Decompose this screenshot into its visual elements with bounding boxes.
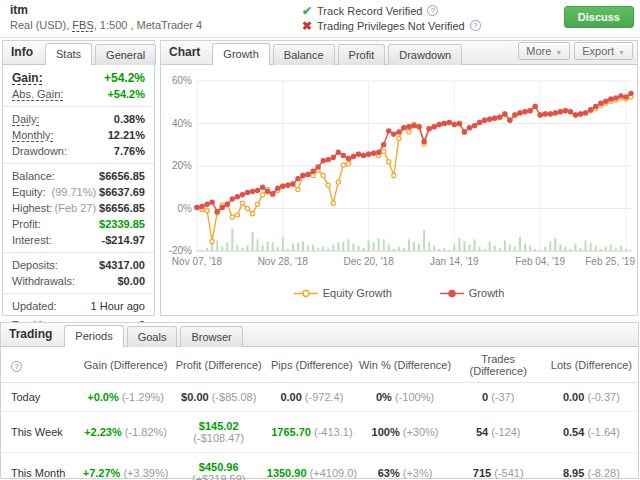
- trades-cell: 54 (-124): [452, 412, 545, 453]
- highest-label: Highest:: [12, 201, 52, 215]
- balance-value: $6656.85: [99, 169, 145, 183]
- info-row-balance: Balance: $6656.85: [3, 168, 154, 184]
- drawdown-value: 7.76%: [114, 144, 145, 158]
- tab-profit[interactable]: Profit: [338, 44, 386, 65]
- info-row-highest: Highest: (Feb 27)$6656.85: [3, 200, 154, 216]
- growth-chart-area: 60%40%20%0%-20%Nov 07, '18Nov 28, '18Dec…: [161, 65, 637, 316]
- info-row-drawdown: Drawdown: 7.76%: [3, 143, 154, 159]
- equity-amount: $6637.69: [99, 186, 145, 198]
- trading-panel-title: Trading: [1, 327, 64, 346]
- privileges-line: ✖ Trading Privileges Not Verified ?: [302, 18, 481, 33]
- period-cell: This Month: [1, 453, 79, 480]
- lots-header: Lots (Difference): [545, 347, 638, 383]
- gain-cell: +2.23% (-1.82%): [79, 412, 172, 453]
- tab-general[interactable]: General: [95, 44, 156, 65]
- info-row-monthly: Monthly: 12.21%: [3, 127, 154, 143]
- chevron-down-icon: ▼: [618, 49, 625, 56]
- profit-cell: $0.00 (-$85.08): [172, 383, 265, 412]
- pips-cell: 1350.90 (+4109.0): [265, 453, 358, 480]
- svg-text:Nov 07, '18: Nov 07, '18: [172, 256, 223, 267]
- gain-cell: +0.0% (-1.29%): [79, 383, 172, 412]
- check-icon: ✔: [302, 4, 312, 18]
- help-icon[interactable]: ?: [11, 361, 22, 372]
- svg-text:Dec 20, '18: Dec 20, '18: [343, 256, 394, 267]
- legend-item-equity-growth[interactable]: Equity Growth: [294, 287, 392, 299]
- highest-amount: $6656.85: [99, 202, 145, 214]
- info-row-deposits: Deposits: $4317.00: [3, 257, 154, 273]
- equity-value: (99.71%)$6637.69: [51, 185, 145, 199]
- trades-cell: 715 (-541): [452, 453, 545, 480]
- deposits-value: $4317.00: [99, 258, 145, 272]
- chart-panel: Chart Growth Balance Profit Drawdown Mor…: [160, 40, 638, 316]
- gain-label[interactable]: Gain:: [12, 71, 43, 85]
- chart-panel-header: Chart Growth Balance Profit Drawdown Mor…: [161, 41, 637, 65]
- win-cell: 63% (+3%): [358, 453, 451, 480]
- gain-cell: +7.27% (+3.39%): [79, 453, 172, 480]
- help-icon[interactable]: ?: [427, 5, 438, 16]
- svg-text:20%: 20%: [172, 160, 192, 171]
- legend-item-growth[interactable]: Growth: [440, 287, 504, 299]
- svg-text:Jan 14, '19: Jan 14, '19: [430, 256, 479, 267]
- win-cell: 0% (-100%): [358, 383, 451, 412]
- tab-growth[interactable]: Growth: [212, 43, 269, 65]
- broker-link[interactable]: FBS: [72, 19, 93, 31]
- table-row-today: Today +0.0% (-1.29%) $0.00 (-$85.08) 0.0…: [1, 383, 638, 412]
- equity-growth-marker-icon: [294, 289, 318, 298]
- lots-cell: 0.54 (-1.64): [545, 412, 638, 453]
- svg-text:Feb 04, '19: Feb 04, '19: [515, 256, 565, 267]
- svg-text:Nov 28, '18: Nov 28, '18: [258, 256, 309, 267]
- abs-gain-value: +54.2%: [107, 87, 145, 101]
- gain-header: Gain (Difference): [79, 347, 172, 383]
- more-button[interactable]: More▼: [518, 42, 570, 60]
- track-record-line: ✔ Track Record Verified ?: [302, 3, 481, 18]
- info-row-profit: Profit: $2339.85: [3, 216, 154, 232]
- tab-balance[interactable]: Balance: [273, 44, 335, 65]
- trades-header: Trades (Difference): [452, 347, 545, 383]
- info-row-equity: Equity: (99.71%)$6637.69: [3, 184, 154, 200]
- info-panel-body: Gain: +54.2% Abs. Gain: +54.2% Daily: 0.…: [3, 65, 154, 333]
- deposits-label: Deposits:: [12, 258, 58, 272]
- trades-cell: 0 (-37): [452, 383, 545, 412]
- tab-periods[interactable]: Periods: [64, 325, 123, 347]
- account-title: itm: [10, 3, 28, 17]
- highest-date: (Feb 27): [55, 202, 97, 214]
- verification-block: ✔ Track Record Verified ? ✖ Trading Priv…: [302, 3, 481, 33]
- info-row-abs-gain: Abs. Gain: +54.2%: [3, 86, 154, 102]
- period-header: ?: [1, 347, 79, 383]
- tab-stats[interactable]: Stats: [45, 43, 92, 65]
- monthly-value: 12.21%: [108, 128, 145, 142]
- monthly-label[interactable]: Monthly:: [12, 128, 54, 142]
- svg-text:40%: 40%: [172, 118, 192, 129]
- account-header: itm Real (USD), FBS, 1:500 , MetaTrader …: [0, 0, 640, 38]
- tab-browser[interactable]: Browser: [180, 326, 242, 347]
- period-cell: Today: [1, 383, 79, 412]
- profit-cell: $145.02 (-$108.47): [172, 412, 265, 453]
- profit-header: Profit (Difference): [172, 347, 265, 383]
- profit-cell: $450.96 (+$219.59): [172, 453, 265, 480]
- divider: [3, 293, 154, 294]
- info-panel-title: Info: [3, 45, 45, 64]
- help-icon[interactable]: ?: [470, 20, 481, 31]
- info-row-interest: Interest: -$214.97: [3, 232, 154, 248]
- tab-goals[interactable]: Goals: [127, 326, 178, 347]
- abs-gain-label[interactable]: Abs. Gain:: [12, 87, 63, 101]
- export-button[interactable]: Export▼: [574, 42, 633, 60]
- table-row-this-month: This Month +7.27% (+3.39%) $450.96 (+$21…: [1, 453, 638, 480]
- account-leverage-platform: , 1:500 , MetaTrader 4: [94, 19, 202, 31]
- daily-value: 0.38%: [114, 112, 145, 126]
- account-type: Real (USD),: [10, 19, 72, 31]
- highest-value: (Feb 27)$6656.85: [55, 201, 145, 215]
- growth-chart[interactable]: 60%40%20%0%-20%Nov 07, '18Nov 28, '18Dec…: [161, 69, 637, 281]
- tab-drawdown[interactable]: Drawdown: [388, 44, 462, 65]
- discuss-button[interactable]: Discuss: [564, 6, 634, 28]
- equity-label: Equity:: [12, 185, 46, 199]
- svg-text:0%: 0%: [178, 203, 193, 214]
- divider: [3, 106, 154, 107]
- growth-marker-icon: [440, 289, 464, 298]
- trading-panel: Trading Periods Goals Browser ? Gain (Di…: [0, 322, 639, 479]
- table-header-row: ? Gain (Difference) Profit (Difference) …: [1, 347, 638, 383]
- withdrawals-value: $0.00: [117, 274, 145, 288]
- daily-label[interactable]: Daily:: [12, 112, 40, 126]
- privileges-label: Trading Privileges Not Verified: [317, 20, 465, 32]
- chart-legend: Equity Growth Growth: [161, 287, 637, 299]
